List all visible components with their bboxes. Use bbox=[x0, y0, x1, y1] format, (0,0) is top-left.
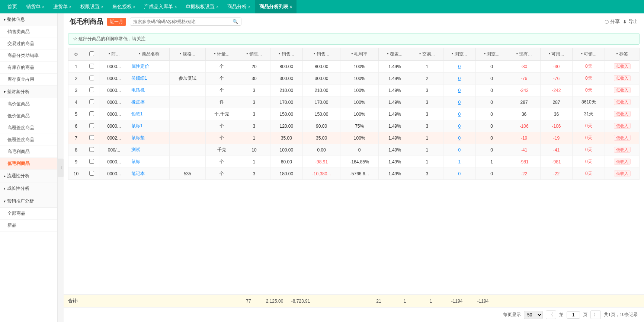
sidebar-group-overall[interactable]: ▾ 整体信息 bbox=[0, 13, 57, 26]
page-number-input[interactable] bbox=[567, 311, 580, 319]
cell-checkbox[interactable] bbox=[84, 120, 99, 132]
col-amount[interactable]: • 销售... bbox=[302, 48, 340, 61]
cell-view1[interactable]: 0 bbox=[443, 120, 475, 132]
col-settings[interactable]: ⚙ bbox=[68, 48, 84, 61]
select-all-checkbox[interactable] bbox=[89, 51, 94, 56]
cell-view1[interactable]: 0 bbox=[443, 73, 475, 85]
close-icon[interactable]: × bbox=[216, 5, 218, 9]
cell-view1[interactable]: 1 bbox=[443, 156, 475, 168]
row-checkbox[interactable] bbox=[89, 64, 94, 68]
row-checkbox[interactable] bbox=[89, 147, 94, 152]
close-icon[interactable]: × bbox=[69, 5, 71, 9]
row-checkbox[interactable] bbox=[89, 87, 94, 92]
cell-name[interactable]: 铅笔1 bbox=[129, 108, 169, 120]
sidebar-item-high-coverage[interactable]: 高覆盖度商品 bbox=[0, 122, 57, 134]
cell-checkbox[interactable] bbox=[84, 96, 99, 108]
nav-sales-order[interactable]: 销货单 × bbox=[22, 0, 49, 13]
close-icon[interactable]: × bbox=[42, 5, 44, 9]
col-code[interactable]: • 商... bbox=[99, 48, 129, 61]
cell-name[interactable]: 电话机 bbox=[129, 85, 169, 96]
sidebar-group-growth[interactable]: ▸ 成长性分析 bbox=[0, 182, 57, 195]
time-period-tag[interactable]: 近一月 bbox=[107, 18, 126, 26]
col-spec[interactable]: • 规格... bbox=[169, 48, 205, 61]
cell-view1[interactable]: 0 bbox=[443, 96, 475, 108]
col-name[interactable]: • 商品名称 bbox=[129, 48, 169, 61]
nav-home[interactable]: 首页 bbox=[3, 0, 22, 13]
cell-view1[interactable]: 0 bbox=[443, 168, 475, 180]
close-icon[interactable]: × bbox=[290, 5, 292, 9]
sidebar-collapse-button[interactable]: 《 bbox=[58, 159, 64, 177]
cell-checkbox[interactable] bbox=[84, 168, 99, 180]
close-icon[interactable]: × bbox=[101, 5, 103, 9]
cell-checkbox[interactable] bbox=[84, 61, 99, 73]
cell-checkbox[interactable] bbox=[84, 108, 99, 120]
nav-finished-goods[interactable]: 产成品入库单 × bbox=[140, 0, 181, 13]
sidebar-item-low-margin[interactable]: 低毛利商品 bbox=[0, 158, 57, 170]
row-checkbox[interactable] bbox=[89, 99, 94, 104]
sidebar-item-sales-goods[interactable]: 销售类商品 bbox=[0, 26, 57, 38]
sidebar-item-all-goods[interactable]: 全部商品 bbox=[0, 208, 57, 220]
cell-name[interactable]: 橡皮擦 bbox=[129, 96, 169, 108]
cell-name[interactable]: 笔记本 bbox=[129, 168, 169, 180]
close-icon[interactable]: × bbox=[174, 5, 177, 9]
next-page-button[interactable]: 〉 bbox=[590, 310, 601, 319]
cell-view1[interactable]: 0 bbox=[443, 108, 475, 120]
sidebar-item-stock-capital[interactable]: 库存资金占用 bbox=[0, 74, 57, 86]
cell-name[interactable]: 鼠标垫 bbox=[129, 132, 169, 144]
cell-checkbox[interactable] bbox=[84, 156, 99, 168]
cell-view1[interactable]: 0 bbox=[443, 61, 475, 73]
cell-checkbox[interactable] bbox=[84, 85, 99, 96]
col-saleable[interactable]: • 可销... bbox=[573, 48, 605, 61]
sidebar-item-low-coverage[interactable]: 低覆盖度商品 bbox=[0, 134, 57, 146]
row-checkbox[interactable] bbox=[89, 111, 94, 116]
cell-view1[interactable]: 0 bbox=[443, 85, 475, 96]
col-view1[interactable]: • 浏览... bbox=[443, 48, 475, 61]
col-available[interactable]: • 可用... bbox=[540, 48, 573, 61]
sidebar-group-marketing[interactable]: ▾ 营销推广分析 bbox=[0, 195, 57, 208]
col-qty[interactable]: • 销售... bbox=[238, 48, 270, 61]
col-view2[interactable]: • 浏览... bbox=[475, 48, 508, 61]
sidebar-group-value-analysis[interactable]: ▾ 差财富分析 bbox=[0, 86, 57, 98]
sidebar-item-high-value[interactable]: 高价值商品 bbox=[0, 98, 57, 110]
row-checkbox[interactable] bbox=[89, 171, 94, 176]
cell-name[interactable]: 鼠标1 bbox=[129, 120, 169, 132]
sidebar-item-category-rate[interactable]: 商品分类助销率 bbox=[0, 50, 57, 62]
col-coverage[interactable]: • 覆盖... bbox=[378, 48, 411, 61]
search-input[interactable] bbox=[133, 19, 231, 24]
row-checkbox[interactable] bbox=[89, 159, 94, 164]
col-checkbox[interactable] bbox=[84, 48, 99, 61]
col-unit[interactable]: • 计量... bbox=[206, 48, 238, 61]
sidebar-item-stock-goods[interactable]: 有库存的商品 bbox=[0, 62, 57, 74]
cell-name[interactable]: 鼠标 bbox=[129, 156, 169, 168]
cell-view1[interactable]: 0 bbox=[443, 132, 475, 144]
col-tag[interactable]: • 标签 bbox=[605, 48, 640, 61]
sidebar-item-high-margin[interactable]: 高毛利商品 bbox=[0, 146, 57, 158]
nav-role-auth[interactable]: 角色授权 × bbox=[108, 0, 140, 13]
nav-purchase-order[interactable]: 进货单 × bbox=[49, 0, 76, 13]
row-checkbox[interactable] bbox=[89, 123, 94, 128]
close-icon[interactable]: × bbox=[133, 5, 135, 9]
prev-page-button[interactable]: 〈 bbox=[546, 310, 556, 319]
cell-checkbox[interactable] bbox=[84, 132, 99, 144]
col-profit-rate[interactable]: • 毛利率 bbox=[340, 48, 379, 61]
search-icon[interactable]: 🔍 bbox=[233, 19, 238, 24]
nav-goods-analysis[interactable]: 商品分析 × bbox=[223, 0, 255, 13]
col-current[interactable]: • 现有... bbox=[508, 48, 540, 61]
cell-name[interactable]: 属性定价 bbox=[129, 61, 169, 73]
export-button[interactable]: ⬇ 导出 bbox=[623, 18, 638, 25]
sidebar-group-circulation[interactable]: ▸ 流通性分析 bbox=[0, 170, 57, 182]
cell-name[interactable]: 吴细细1 bbox=[129, 73, 169, 85]
cell-checkbox[interactable] bbox=[84, 73, 99, 85]
cell-view1[interactable]: 0 bbox=[443, 144, 475, 156]
nav-template-settings[interactable]: 单据模板设置 × bbox=[181, 0, 223, 13]
share-button[interactable]: ⬡ 分享 bbox=[605, 18, 620, 25]
sidebar-item-low-value[interactable]: 低价值商品 bbox=[0, 110, 57, 122]
per-page-select[interactable]: 50 20 100 bbox=[524, 311, 543, 319]
col-transaction[interactable]: • 交易... bbox=[411, 48, 443, 61]
row-checkbox[interactable] bbox=[89, 76, 94, 80]
nav-permission[interactable]: 权限设置 × bbox=[76, 0, 108, 13]
col-price[interactable]: • 销售... bbox=[270, 48, 302, 61]
row-checkbox[interactable] bbox=[89, 135, 94, 140]
cell-checkbox[interactable] bbox=[84, 144, 99, 156]
sidebar-item-traded-goods[interactable]: 交易过的商品 bbox=[0, 38, 57, 50]
